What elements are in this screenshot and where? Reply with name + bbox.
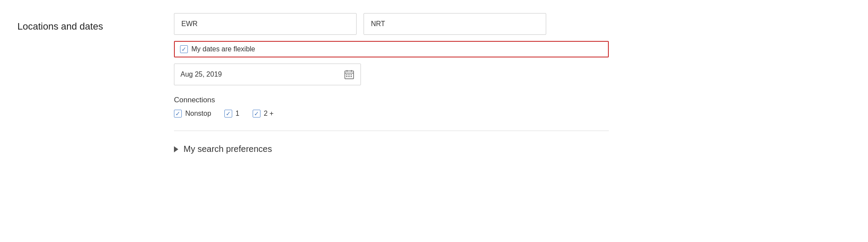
twoplus-checkbox[interactable]: ✓ [253,110,260,118]
calendar-icon[interactable] [344,69,354,80]
svg-rect-5 [348,74,350,75]
preferences-label: My search preferences [184,144,272,154]
connections-label: Connections [174,96,609,104]
checkmark-icon: ✓ [181,46,187,52]
svg-rect-6 [351,74,352,75]
date-input-row[interactable]: Aug 25, 2019 [174,64,361,85]
preferences-row[interactable]: My search preferences [174,144,609,154]
one-stop-checkmark-icon: ✓ [226,111,231,117]
svg-rect-4 [346,74,347,75]
one-stop-checkbox[interactable]: ✓ [224,110,232,118]
connections-section: Connections ✓ Nonstop ✓ 1 [174,96,609,118]
date-value: Aug 25, 2019 [180,71,222,78]
nonstop-checkbox[interactable]: ✓ [174,110,182,118]
nonstop-checkmark-icon: ✓ [175,111,180,117]
twoplus-option[interactable]: ✓ 2 + [253,110,274,118]
twoplus-checkmark-icon: ✓ [254,111,259,117]
origin-input[interactable] [174,13,357,35]
location-row [174,13,609,35]
flexible-dates-wrapper: ✓ My dates are flexible [174,41,609,57]
form-area: ✓ My dates are flexible Aug 25, 2019 [174,13,609,229]
flexible-dates-checkbox[interactable]: ✓ [180,45,188,53]
svg-rect-8 [348,76,350,77]
section-title: Locations and dates [17,13,148,229]
connections-row: ✓ Nonstop ✓ 1 ✓ 2 + [174,110,609,118]
svg-rect-7 [346,76,347,77]
one-stop-option[interactable]: ✓ 1 [224,110,240,118]
svg-rect-9 [351,76,352,77]
destination-input[interactable] [364,13,546,35]
flexible-dates-text: My dates are flexible [191,45,255,53]
one-stop-label: 1 [236,110,240,118]
flexible-dates-label[interactable]: ✓ My dates are flexible [180,45,603,53]
section-divider [174,131,609,131]
nonstop-option[interactable]: ✓ Nonstop [174,110,211,118]
twoplus-label: 2 + [264,110,274,118]
chevron-right-icon [174,146,178,152]
nonstop-label: Nonstop [185,110,211,118]
